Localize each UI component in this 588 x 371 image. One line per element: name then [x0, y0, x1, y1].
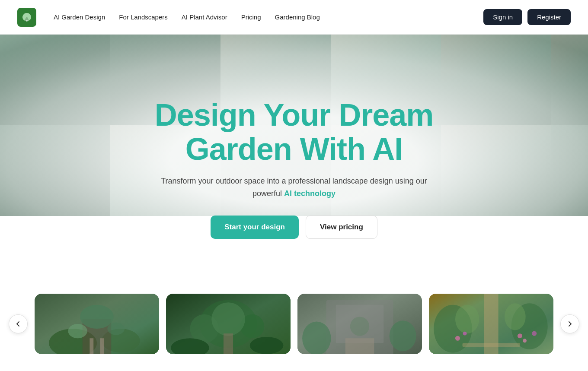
svg-point-34: [518, 333, 522, 338]
hero-section: Design Your Dream Garden With AI Transfo…: [0, 35, 588, 285]
carousel-track: [35, 294, 553, 354]
nav-left: AI Garden Design For Landscapers AI Plan…: [17, 8, 320, 27]
carousel-item-1: [35, 294, 159, 354]
garden-image-3: [297, 294, 422, 354]
signin-button[interactable]: Sign in: [483, 9, 522, 25]
svg-point-36: [532, 331, 537, 336]
nav-link-pricing[interactable]: Pricing: [241, 13, 261, 21]
svg-rect-6: [89, 338, 93, 354]
nav-link-ai-garden-design[interactable]: AI Garden Design: [54, 13, 105, 21]
register-button[interactable]: Register: [527, 9, 571, 25]
svg-rect-31: [463, 343, 520, 347]
nav-right: Sign in Register: [483, 9, 571, 25]
hero-subtitle: Transform your outdoor space into a prof…: [156, 175, 432, 200]
carousel-item-2: [166, 294, 291, 354]
logo[interactable]: [17, 8, 36, 27]
svg-point-35: [523, 339, 527, 342]
svg-point-29: [455, 305, 479, 333]
ai-technology-link[interactable]: AI technology: [284, 189, 336, 198]
nav-links: AI Garden Design For Landscapers AI Plan…: [54, 13, 320, 21]
svg-point-32: [455, 336, 460, 341]
svg-rect-7: [100, 338, 104, 354]
svg-point-5: [80, 305, 114, 329]
garden-image-4: [429, 294, 553, 354]
svg-point-22: [390, 320, 416, 351]
svg-point-9: [107, 323, 125, 335]
nav-link-ai-plant-advisor[interactable]: AI Plant Advisor: [182, 13, 227, 21]
svg-point-21: [302, 321, 331, 354]
carousel-item-3: [297, 294, 422, 354]
navbar: AI Garden Design For Landscapers AI Plan…: [0, 0, 588, 35]
view-pricing-button[interactable]: View pricing: [306, 216, 377, 239]
svg-rect-23: [345, 338, 374, 354]
logo-svg: [21, 11, 33, 23]
start-design-button[interactable]: Start your design: [211, 216, 299, 239]
logo-icon: [17, 8, 36, 27]
svg-point-17: [250, 337, 284, 354]
svg-point-30: [505, 303, 526, 330]
svg-rect-15: [224, 333, 233, 354]
chevron-left-icon: [14, 320, 22, 328]
svg-point-0: [26, 20, 28, 22]
nav-link-gardening-blog[interactable]: Gardening Blog: [275, 13, 320, 21]
carousel-section: [0, 285, 588, 371]
garden-image-2: [166, 294, 291, 354]
carousel-next-button[interactable]: [560, 314, 579, 333]
hero-title: Design Your Dream Garden With AI: [155, 98, 434, 166]
nav-link-for-landscapers[interactable]: For Landscapers: [119, 13, 168, 21]
chevron-right-icon: [566, 320, 574, 328]
svg-point-8: [68, 324, 87, 338]
hero-content: Design Your Dream Garden With AI Transfo…: [146, 81, 442, 239]
svg-point-24: [350, 317, 369, 336]
hero-buttons: Start your design View pricing: [211, 216, 377, 239]
svg-point-14: [211, 302, 245, 336]
svg-point-33: [463, 332, 467, 336]
carousel-prev-button[interactable]: [9, 314, 28, 333]
carousel-item-4: [429, 294, 553, 354]
garden-image-1: [35, 294, 159, 354]
